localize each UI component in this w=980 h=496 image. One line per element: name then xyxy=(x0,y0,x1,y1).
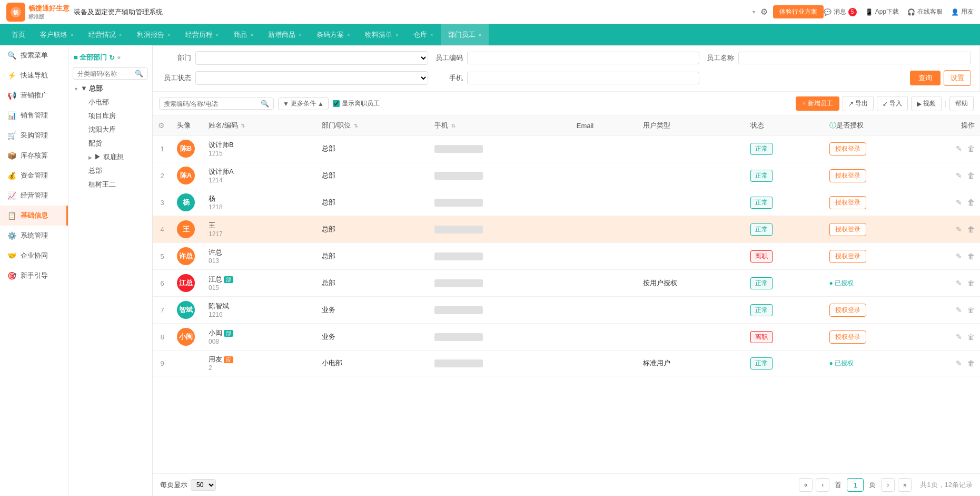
sidebar-item-purchase[interactable]: 🛒 采购管理 xyxy=(0,125,68,145)
auth-btn[interactable]: 授权登录 xyxy=(829,250,866,263)
col-settings[interactable]: ⚙ xyxy=(153,116,172,135)
sidebar-item-marketing[interactable]: 📢 营销推广 xyxy=(0,85,68,105)
column-settings-icon[interactable]: ⚙ xyxy=(158,121,165,130)
search-icon[interactable]: 🔍 xyxy=(261,100,269,108)
delete-icon[interactable]: 🗑 xyxy=(967,252,975,260)
delete-icon[interactable]: 🗑 xyxy=(967,171,975,180)
sort-dept-icon[interactable]: ⇅ xyxy=(354,123,358,129)
sort-phone-icon[interactable]: ⇅ xyxy=(451,123,456,129)
tab-history[interactable]: 经营历程 × xyxy=(178,24,226,45)
last-page-btn[interactable]: » xyxy=(898,478,912,492)
status-filter-select[interactable] xyxy=(195,71,428,85)
close-icon[interactable]: × xyxy=(347,32,350,38)
dept-node-xiangmu[interactable]: 项目库房 xyxy=(77,109,152,123)
tab-newgoods[interactable]: 新增商品 × xyxy=(261,24,309,45)
edit-icon[interactable]: ✎ xyxy=(956,306,962,314)
close-icon[interactable]: × xyxy=(395,32,399,38)
close-icon[interactable]: × xyxy=(299,32,302,38)
show-resigned-checkbox[interactable]: 显示离职员工 xyxy=(333,99,380,108)
sidebar-item-guide[interactable]: 🎯 新手引导 xyxy=(0,266,68,286)
tab-barcode[interactable]: 条码方案 × xyxy=(309,24,358,45)
auth-btn[interactable]: 授权登录 xyxy=(829,330,866,344)
close-icon[interactable]: × xyxy=(119,32,122,38)
more-filters-btn[interactable]: ▼ 更多条件 ▲ xyxy=(278,97,329,110)
filter-setting-button[interactable]: 设置 xyxy=(944,70,971,86)
tab-profit[interactable]: 利润报告 × xyxy=(130,24,178,45)
help-button[interactable]: 帮助 xyxy=(949,96,974,111)
edit-icon[interactable]: ✎ xyxy=(956,333,962,341)
tab-customer[interactable]: 客户联络 × xyxy=(33,24,81,45)
close-icon[interactable]: × xyxy=(71,32,74,38)
auth-btn[interactable]: 授权登录 xyxy=(829,196,866,209)
edit-icon[interactable]: ✎ xyxy=(956,144,962,153)
edit-icon[interactable]: ✎ xyxy=(956,225,962,234)
video-button[interactable]: ▶视频 xyxy=(911,96,942,111)
col-phone[interactable]: 手机 ⇅ xyxy=(429,116,571,135)
delete-icon[interactable]: 🗑 xyxy=(967,279,975,287)
dept-node-shenyang[interactable]: 沈阳大库 xyxy=(77,123,152,137)
edit-icon[interactable]: ✎ xyxy=(956,198,962,207)
refresh-icon[interactable]: ↻ xyxy=(109,54,115,62)
sidebar-item-operation[interactable]: 📈 经营管理 xyxy=(0,186,68,206)
edit-icon[interactable]: ✎ xyxy=(956,171,962,180)
sidebar-item-finance[interactable]: 💰 资金管理 xyxy=(0,166,68,186)
tab-home[interactable]: 首页 xyxy=(4,24,33,45)
auth-btn[interactable]: 授权登录 xyxy=(829,169,866,182)
delete-icon[interactable]: 🗑 xyxy=(967,225,975,234)
dept-search-input[interactable] xyxy=(77,70,135,77)
export-button[interactable]: ↗导出 xyxy=(843,96,874,111)
edit-icon[interactable]: ✎ xyxy=(956,359,962,367)
phone-filter-input[interactable] xyxy=(467,72,700,84)
sidebar-item-sales[interactable]: 📊 销售管理 xyxy=(0,105,68,125)
close-icon[interactable]: × xyxy=(250,32,253,38)
prev-page-btn[interactable]: ‹ xyxy=(816,478,829,492)
sort-name-icon[interactable]: ⇅ xyxy=(241,123,245,129)
system-dropdown-arrow[interactable]: ▾ xyxy=(753,9,755,15)
tab-warehouse[interactable]: 仓库 × xyxy=(406,24,441,45)
dept-node-zongbu2[interactable]: 总部 xyxy=(77,164,152,178)
close-icon[interactable]: × xyxy=(479,32,482,38)
trial-button[interactable]: 体验行业方案 xyxy=(773,5,824,18)
dept-filter-select[interactable] xyxy=(195,51,428,65)
close-icon[interactable]: × xyxy=(167,32,171,38)
tab-bom[interactable]: 物料清单 × xyxy=(358,24,406,45)
col-dept[interactable]: 部门/职位 ⇅ xyxy=(316,116,430,135)
tab-operation[interactable]: 经营情况 × xyxy=(81,24,130,45)
sidebar-item-collab[interactable]: 🤝 企业协同 xyxy=(0,246,68,266)
auth-btn[interactable]: 授权登录 xyxy=(829,223,866,236)
dept-node-xiaodian[interactable]: 小电部 xyxy=(77,95,152,109)
delete-icon[interactable]: 🗑 xyxy=(967,359,975,367)
info-icon[interactable]: ⓘ xyxy=(829,121,836,129)
dept-node-zhishu[interactable]: 植树王二 xyxy=(77,178,152,191)
import-button[interactable]: ↙导入 xyxy=(877,96,908,111)
dept-node-peihuo[interactable]: 配货 xyxy=(77,137,152,150)
tab-goods[interactable]: 商品 × xyxy=(226,24,261,45)
sidebar-item-search[interactable]: 🔍 搜索菜单 xyxy=(0,45,68,65)
page-size-select[interactable]: 50 xyxy=(191,479,216,491)
name-filter-input[interactable] xyxy=(738,52,971,64)
search-input[interactable] xyxy=(164,100,259,108)
search-button[interactable]: 查询 xyxy=(910,71,941,85)
delete-icon[interactable]: 🗑 xyxy=(967,306,975,314)
app-download-btn[interactable]: 📱 App下载 xyxy=(865,7,899,16)
next-page-btn[interactable]: › xyxy=(881,478,895,492)
tab-staff[interactable]: 部门员工 × xyxy=(441,24,489,45)
sidebar-item-shortcut[interactable]: ⚡ 快速导航 xyxy=(0,65,68,85)
close-icon[interactable]: × xyxy=(430,32,433,38)
close-icon[interactable]: × xyxy=(216,32,219,38)
col-name[interactable]: 姓名/编码 ⇅ xyxy=(203,116,316,135)
sidebar-item-basic[interactable]: 📋 基础信息 xyxy=(0,206,68,226)
add-employee-button[interactable]: + 新增员工 xyxy=(796,96,839,111)
online-service-btn[interactable]: 🎧 在线客服 xyxy=(907,7,943,16)
auth-btn[interactable]: 授权登录 xyxy=(829,142,866,155)
edit-icon[interactable]: ✎ xyxy=(956,279,962,287)
message-btn[interactable]: 💬 消息 5 xyxy=(824,7,857,16)
first-page-btn[interactable]: « xyxy=(799,478,813,492)
edit-icon[interactable]: ✎ xyxy=(956,252,962,260)
sidebar-item-inventory[interactable]: 📦 库存核算 xyxy=(0,145,68,166)
dept-node-zongbu[interactable]: ▼ 总部 xyxy=(68,82,152,95)
delete-icon[interactable]: 🗑 xyxy=(967,144,975,153)
settings-icon[interactable]: ⚙ xyxy=(760,7,768,17)
sidebar-item-system[interactable]: ⚙️ 系统管理 xyxy=(0,226,68,246)
collapse-dept-icon[interactable]: « xyxy=(117,54,121,61)
